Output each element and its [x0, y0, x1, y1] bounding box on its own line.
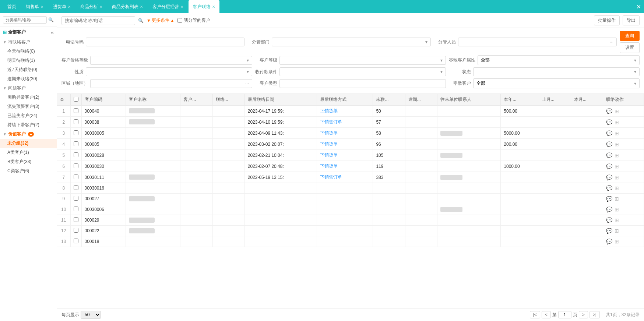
settings-icon[interactable]: ⚙	[60, 97, 64, 102]
chat-icon[interactable]: 💬	[606, 239, 612, 244]
sidebar-search-icon[interactable]: 🔍	[48, 17, 54, 22]
grid-action-icon[interactable]: ⊞	[615, 239, 619, 244]
grid-action-icon[interactable]: ⊞	[615, 141, 619, 147]
filter-retail-customer-select[interactable]: 全部 ▾	[473, 78, 640, 88]
sidebar-group-problem-customers[interactable]: ▼ 问题客户	[0, 84, 57, 93]
last-contact-method-col-header[interactable]: 最后联络方式	[317, 94, 373, 106]
overdue-col-header[interactable]: 逾期...	[405, 94, 437, 106]
sidebar-item-tomorrow[interactable]: 明天待联络(1)	[0, 56, 57, 65]
grid-action-icon[interactable]: ⊞	[615, 185, 619, 191]
customer-contact-tab-close[interactable]: ✕	[212, 5, 215, 9]
product-analysis-list-tab-close[interactable]: ✕	[140, 5, 143, 9]
chat-icon[interactable]: 💬	[606, 185, 612, 191]
sidebar-item-group-a[interactable]: A类客户(1)	[0, 148, 57, 157]
row-checkbox[interactable]	[74, 217, 78, 222]
all-customers-header[interactable]: ⊞ 全部客户 «	[0, 27, 57, 38]
chat-icon[interactable]: 💬	[606, 207, 612, 212]
chat-icon[interactable]: 💬	[606, 217, 612, 223]
row-checkbox[interactable]	[74, 174, 78, 179]
nav-tab-customer-segment[interactable]: 客户分层经营 ✕	[148, 0, 188, 13]
chat-icon[interactable]: 💬	[606, 130, 612, 136]
filter-payment-terms-select[interactable]: ▾	[279, 67, 446, 76]
grid-action-icon[interactable]: ⊞	[615, 174, 619, 180]
chat-icon[interactable]: 💬	[606, 108, 612, 114]
sidebar-item-group-c[interactable]: C类客户(6)	[0, 166, 57, 176]
my-customers-checkbox-label[interactable]: 我分管的客户	[177, 17, 210, 24]
window-close-btn[interactable]: ✕	[636, 3, 641, 10]
filter-nature-select[interactable]: ▾	[86, 67, 252, 76]
next-page-btn[interactable]: >	[579, 311, 588, 318]
contact-method-link[interactable]: 下销货单	[320, 130, 338, 135]
product-analysis-tab-close[interactable]: ✕	[99, 5, 102, 9]
sidebar-group-pending-contact[interactable]: ▼ 待联络客户	[0, 38, 57, 47]
row-checkbox[interactable]	[74, 228, 78, 233]
page-number-input[interactable]	[558, 311, 571, 318]
row-checkbox[interactable]	[74, 141, 78, 146]
filter-status-select[interactable]: ▾	[473, 67, 640, 76]
purchase-tab-close[interactable]: ✕	[68, 5, 71, 9]
grid-action-icon[interactable]: ⊞	[615, 217, 619, 223]
unit-contact-col-header[interactable]: 往来单位联系人	[437, 94, 501, 106]
grid-action-icon[interactable]: ⊞	[615, 108, 619, 114]
this-month-col-header[interactable]: 本月...	[571, 94, 603, 106]
contact-method-link[interactable]: 下销售订单	[320, 174, 342, 180]
sidebar-item-overdue[interactable]: 逾期未联络(30)	[0, 74, 57, 84]
chat-icon[interactable]: 💬	[606, 196, 612, 202]
code-col-header[interactable]: 客户编码	[81, 94, 126, 106]
query-btn[interactable]: 查询	[620, 31, 640, 41]
sidebar-item-today[interactable]: 今天待联络(0)	[0, 47, 57, 56]
grid-action-icon[interactable]: ⊞	[615, 152, 619, 158]
nav-tab-product-analysis[interactable]: 商品分析 ✕	[76, 0, 107, 13]
nav-tab-purchase[interactable]: 进货单 ✕	[49, 0, 75, 13]
sidebar-collapse-btn[interactable]: «	[51, 29, 54, 35]
contact-col-header[interactable]: 联络...	[212, 94, 244, 106]
chat-icon[interactable]: 💬	[606, 141, 612, 147]
sidebar-item-declining[interactable]: 持续下滑客户(2)	[0, 120, 57, 130]
grid-action-icon[interactable]: ⊞	[615, 196, 619, 202]
export-btn[interactable]: 导出	[623, 15, 640, 25]
contact-method-link[interactable]: 下销货单	[320, 108, 338, 113]
contact-method-link[interactable]: 下销货单	[320, 141, 338, 147]
my-customers-checkbox[interactable]	[177, 18, 182, 23]
chat-icon[interactable]: 💬	[606, 174, 612, 180]
batch-ops-btn[interactable]: 批量操作	[594, 15, 620, 25]
contact-method-link[interactable]: 下销货单	[320, 163, 338, 169]
row-checkbox[interactable]	[74, 185, 78, 190]
filter-customer-type-input[interactable]	[279, 79, 446, 88]
row-checkbox[interactable]	[74, 119, 78, 124]
nav-tab-sales[interactable]: 销售单 ✕	[21, 0, 48, 13]
grid-action-icon[interactable]: ⊞	[615, 119, 619, 125]
row-checkbox[interactable]	[74, 163, 78, 168]
nav-tab-home[interactable]: 首页	[3, 4, 21, 10]
filter-price-level-select[interactable]: ▾	[90, 56, 252, 65]
type-col-header[interactable]: 客户...	[180, 94, 212, 106]
filter-search-icon[interactable]: 🔍	[138, 18, 144, 23]
chat-icon[interactable]: 💬	[606, 228, 612, 234]
grid-action-icon[interactable]: ⊞	[615, 207, 619, 212]
prev-page-btn[interactable]: <	[542, 311, 551, 318]
filter-region-select[interactable]: ···	[90, 79, 252, 88]
sidebar-group-value-customers[interactable]: ▼ 价值客户 ●	[0, 130, 57, 139]
filter-person-select[interactable]: ···	[458, 38, 617, 46]
select-all-checkbox[interactable]	[74, 97, 78, 102]
first-page-btn[interactable]: |<	[530, 311, 540, 318]
per-page-select[interactable]: 50 100 200	[81, 311, 101, 319]
row-checkbox[interactable]	[74, 207, 78, 211]
this-year-col-header[interactable]: 本年...	[501, 94, 539, 106]
customer-segment-tab-close[interactable]: ✕	[180, 5, 183, 9]
grid-action-icon[interactable]: ⊞	[615, 228, 619, 234]
name-col-header[interactable]: 客户名称	[126, 94, 180, 106]
no-contact-col-header[interactable]: 未联...	[373, 94, 405, 106]
row-checkbox[interactable]	[74, 239, 78, 243]
grid-action-icon[interactable]: ⊞	[615, 163, 619, 169]
last-contact-date-col-header[interactable]: 最后联络日期	[244, 94, 317, 106]
sidebar-item-unclassified[interactable]: 未分组(32)	[0, 139, 57, 148]
row-checkbox[interactable]	[74, 196, 78, 201]
chat-icon[interactable]: 💬	[606, 119, 612, 125]
filter-search-input[interactable]	[61, 16, 135, 25]
nav-tab-customer-contact[interactable]: 客户联络 ✕	[189, 0, 219, 13]
more-conditions-btn[interactable]: ▼ 更多条件 ▲	[147, 17, 175, 24]
contact-method-link[interactable]: 下销售订单	[320, 119, 342, 124]
filter-phone-input[interactable]	[86, 38, 244, 46]
nav-tab-product-analysis-list[interactable]: 商品分析列表 ✕	[108, 0, 147, 13]
